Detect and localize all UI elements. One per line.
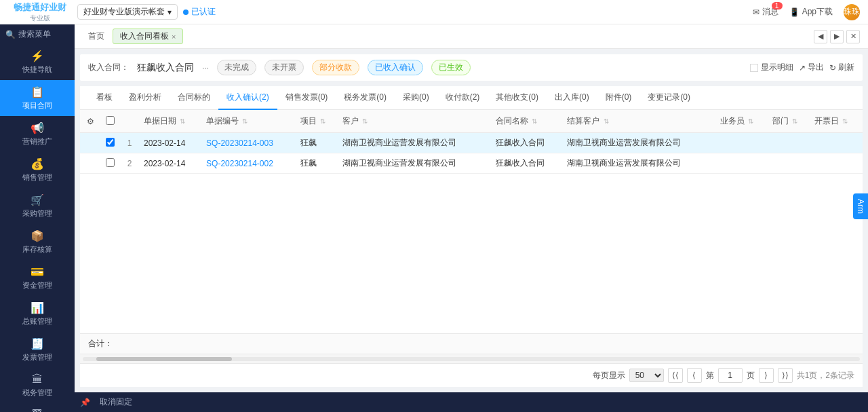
- tab-close-icon[interactable]: ×: [172, 33, 176, 41]
- sort-customer-icon: ⇅: [362, 117, 368, 125]
- refresh-button[interactable]: ↻ 刷新: [829, 62, 854, 73]
- show-detail-checkbox[interactable]: [750, 64, 758, 72]
- export-button[interactable]: ↗ 导出: [799, 62, 824, 73]
- col-department-header[interactable]: 部门 ⇅: [768, 110, 810, 133]
- scroll-track[interactable]: [83, 357, 860, 361]
- message-button[interactable]: ✉ 消息 1: [753, 6, 778, 18]
- page-size-select[interactable]: 50 100 200: [629, 369, 664, 382]
- certified-badge: 已认证: [183, 6, 216, 18]
- page-prev-button[interactable]: ⟨: [687, 368, 702, 383]
- contract-more-button[interactable]: ···: [202, 63, 209, 73]
- main-layout: 🔍 搜索菜单 ⚡ 快捷导航 📋 项目合同 📢 营销推广 💰 销售管理 🛒 采购管…: [0, 24, 868, 412]
- cancel-fixed-button[interactable]: 取消固定: [96, 395, 136, 409]
- row1-code-link[interactable]: SQ-20230214-003: [206, 138, 273, 148]
- company-selector[interactable]: 好业财专业版演示帐套 ▾: [77, 4, 178, 20]
- table-wrapper: ⚙ 单据日期 ⇅ 单据编号 ⇅: [80, 110, 863, 333]
- col-contract-header[interactable]: 合同名称 ⇅: [492, 110, 563, 133]
- contract-title: 狂飙收入合同: [137, 62, 194, 74]
- status-incomplete[interactable]: 未完成: [217, 60, 256, 75]
- message-badge: 1: [772, 2, 783, 10]
- row1-checkbox[interactable]: [100, 133, 119, 153]
- status-uninvoiced[interactable]: 未开票: [264, 60, 304, 75]
- summary-row: 合计：: [80, 333, 863, 354]
- tab-profit[interactable]: 盈利分析: [121, 86, 170, 110]
- page-last-button[interactable]: ⟩⟩: [778, 368, 793, 383]
- sidebar-item-marketing[interactable]: 📢 营销推广: [0, 116, 75, 152]
- tab-kanban[interactable]: 看板: [88, 86, 121, 110]
- tab-income-contract[interactable]: 收入合同看板 ×: [113, 29, 183, 44]
- col-customer-header[interactable]: 客户 ⇅: [338, 110, 492, 133]
- tab-close-all-button[interactable]: ✕: [846, 30, 860, 43]
- cancel-fixed-icon: 📌: [80, 398, 90, 407]
- sidebar: 🔍 搜索菜单 ⚡ 快捷导航 📋 项目合同 📢 营销推广 💰 销售管理 🛒 采购管…: [0, 24, 75, 412]
- select-all-checkbox[interactable]: [106, 116, 115, 125]
- bottom-bar: 📌 取消固定: [75, 392, 868, 412]
- sidebar-item-project-contract[interactable]: 📋 项目合同: [0, 80, 75, 116]
- row2-salesman: [716, 153, 768, 174]
- row1-code[interactable]: SQ-20230214-003: [202, 133, 296, 153]
- col-settle-customer-header[interactable]: 结算客户 ⇅: [563, 110, 716, 133]
- row2-date: 2023-02-14: [140, 153, 202, 174]
- tab-warehouse[interactable]: 出入库(0): [547, 86, 597, 110]
- show-detail-check[interactable]: 显示明细: [750, 62, 793, 73]
- sidebar-search-button[interactable]: 🔍 搜索菜单: [0, 24, 75, 44]
- tab-sales-invoice[interactable]: 销售发票(0): [277, 86, 336, 110]
- col-invoice-date-header[interactable]: 开票日 ⇅: [810, 110, 863, 133]
- sidebar-item-summary[interactable]: 📊 总账管理: [0, 296, 75, 332]
- col-checkbox-all[interactable]: [100, 110, 119, 133]
- row1-contract: 狂飙收入合同: [492, 133, 563, 153]
- table-row[interactable]: 2 2023-02-14 SQ-20230214-002 狂飙 湖南卫视商业运营…: [80, 153, 863, 174]
- per-page-label: 每页显示: [593, 370, 625, 381]
- sidebar-item-purchase[interactable]: 🛒 采购管理: [0, 188, 75, 224]
- row2-num: 2: [119, 153, 140, 174]
- sidebar-item-sales[interactable]: 💰 销售管理: [0, 152, 75, 188]
- row1-invoice-date: [810, 133, 863, 153]
- row2-checkbox[interactable]: [100, 153, 119, 174]
- status-partial[interactable]: 部分收款: [312, 60, 359, 75]
- tab-prev-button[interactable]: ◀: [814, 30, 827, 43]
- sidebar-item-quick-nav[interactable]: ⚡ 快捷导航: [0, 44, 75, 80]
- col-project-header[interactable]: 项目 ⇅: [296, 110, 338, 133]
- row2-contract: 狂飙收入合同: [492, 153, 563, 174]
- page-first-button[interactable]: ⟨⟨: [668, 368, 683, 383]
- col-code-header[interactable]: 单据编号 ⇅: [202, 110, 296, 133]
- app-download-button[interactable]: 📱 App下载: [789, 6, 833, 18]
- tab-bar: 首页 收入合同看板 × ◀ ▶ ✕: [75, 24, 868, 49]
- row2-code-link[interactable]: SQ-20230214-002: [206, 159, 273, 168]
- col-date-header[interactable]: 单据日期 ⇅: [140, 110, 202, 133]
- sidebar-item-invoice[interactable]: 🧾 发票管理: [0, 332, 75, 368]
- tab-other-income[interactable]: 其他收支(0): [488, 86, 547, 110]
- tab-next-button[interactable]: ▶: [830, 30, 844, 43]
- row1-salesman: [716, 133, 768, 153]
- sidebar-item-fund[interactable]: 💳 资金管理: [0, 260, 75, 296]
- status-confirmed[interactable]: 已收入确认: [368, 60, 423, 75]
- sidebar-item-inventory[interactable]: 📦 库存核算: [0, 224, 75, 260]
- col-settings[interactable]: ⚙: [80, 110, 100, 133]
- tab-contract-standard[interactable]: 合同标的: [170, 86, 218, 110]
- quick-nav-icon: ⚡: [31, 50, 44, 62]
- tab-purchase[interactable]: 采购(0): [395, 86, 437, 110]
- user-avatar[interactable]: 珠珠: [844, 4, 860, 20]
- refresh-icon: ↻: [829, 63, 836, 73]
- sidebar-item-fixed-assets[interactable]: 🏗 固定资产: [0, 403, 75, 412]
- tab-change-log[interactable]: 变更记录(0): [639, 86, 698, 110]
- tab-attachment[interactable]: 附件(0): [597, 86, 640, 110]
- tab-income-confirm[interactable]: 收入确认(2): [218, 86, 277, 110]
- scroll-bar[interactable]: [80, 354, 863, 363]
- sidebar-item-tax[interactable]: 🏛 税务管理: [0, 368, 75, 403]
- tab-home[interactable]: 首页: [83, 31, 110, 42]
- page-next-button[interactable]: ⟩: [759, 368, 774, 383]
- message-icon: ✉: [753, 7, 760, 17]
- col-salesman-header[interactable]: 业务员 ⇅: [716, 110, 768, 133]
- row2-code[interactable]: SQ-20230214-002: [202, 153, 296, 174]
- status-effective[interactable]: 已生效: [431, 60, 471, 75]
- page-input[interactable]: [718, 368, 743, 383]
- tab-payment[interactable]: 收付款(2): [437, 86, 488, 110]
- invoice-icon: 🧾: [31, 337, 44, 350]
- sort-department-icon: ⇅: [792, 117, 797, 125]
- scroll-thumb[interactable]: [96, 357, 232, 361]
- float-sidebar-button[interactable]: Arm: [853, 193, 868, 219]
- sort-invoice-date-icon: ⇅: [842, 117, 848, 125]
- table-row[interactable]: 1 2023-02-14 SQ-20230214-003 狂飙 湖南卫视商业运营…: [80, 133, 863, 153]
- tab-tax-invoice[interactable]: 税务发票(0): [336, 86, 395, 110]
